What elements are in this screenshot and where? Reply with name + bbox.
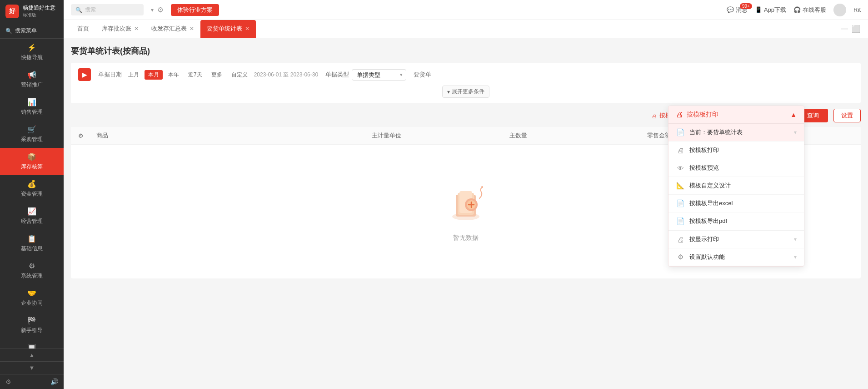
main-area: 🔍 搜索 ▾ ⚙ 体验行业方案 💬 消息 99+ 📱 App下载 🎧 在线客服 …: [64, 0, 868, 389]
sidebar-item-basic[interactable]: 📋 基础信息: [0, 230, 64, 257]
tab-receipt-summary[interactable]: 收发存汇总表 ✕: [145, 20, 200, 38]
date-btn-last-month[interactable]: 上月: [125, 70, 143, 80]
sales-icon: 📊: [27, 98, 36, 106]
export-excel-label: 按模板导出excel: [689, 199, 733, 207]
dropdown-item-export-excel[interactable]: 📄 按模板导出excel: [668, 195, 804, 212]
app-download-button[interactable]: 📱 App下载: [755, 6, 786, 14]
dropdown-title-label: 按模板打印: [687, 111, 718, 119]
template-design-icon: 📐: [676, 182, 685, 190]
expand-filter-label: 展开更多条件: [452, 88, 484, 96]
sidebar-item-guide[interactable]: 🏁 新手引导: [0, 312, 64, 339]
dropdown-header: 🖨 按模板打印 ▲: [668, 106, 804, 124]
sidebar-scroll-down[interactable]: ▼: [0, 361, 64, 374]
sidebar-search-label: 搜索菜单: [15, 27, 37, 35]
dropdown-printer-icon: 🖨: [676, 111, 683, 119]
sidebar-item-sales[interactable]: 📊 销售管理: [0, 93, 64, 121]
order-goods-group: 要货单: [414, 71, 431, 79]
date-btn-this-month[interactable]: 本月: [145, 70, 163, 80]
empty-text: 暂无数据: [453, 234, 479, 242]
tabs-bar: 首页 库存批次账 ✕ 收发存汇总表 ✕ 要货单统计表 ✕ — ⬜: [64, 20, 868, 38]
tab-order-summary[interactable]: 要货单统计表 ✕: [200, 20, 256, 38]
sidebar-item-corp[interactable]: 🤝 企业协同: [0, 284, 64, 312]
col-settings[interactable]: ⚙: [78, 132, 96, 139]
promo-button[interactable]: 体验行业方案: [171, 4, 219, 16]
sidebar-label-finance: 资金管理: [21, 190, 43, 198]
topbar-icons: ▾ ⚙: [151, 5, 164, 14]
col-unit: 主计量单位: [372, 131, 509, 140]
svg-point-6: [481, 186, 483, 188]
date-btn-custom[interactable]: 自定义: [228, 70, 251, 80]
search-icon: 🔍: [5, 28, 12, 34]
purchase-icon: 🛒: [27, 125, 36, 134]
sidebar-label-purchase: 采购管理: [21, 136, 43, 143]
sidebar-scroll-up[interactable]: ▲: [0, 349, 64, 361]
template-print-icon: 🖨: [676, 147, 685, 154]
sidebar-logo: 好 畅捷通好生意 标准版: [0, 0, 64, 23]
tab-home[interactable]: 首页: [71, 20, 95, 38]
order-type-select[interactable]: 单据类型 要货单: [352, 69, 406, 81]
dropdown-item-display-print[interactable]: 🖨 按显示打印 ▾: [668, 231, 804, 248]
dropdown-item-template-print[interactable]: 🖨 按模板打印: [668, 141, 804, 159]
online-service-button[interactable]: 🎧 在线客服: [793, 6, 826, 14]
message-icon: 💬: [727, 6, 734, 13]
apps-icon: 🔲: [27, 344, 36, 349]
dropdown-item-export-pdf[interactable]: 📄 按模板导出pdf: [668, 212, 804, 230]
dropdown-close-btn[interactable]: ▲: [790, 111, 797, 118]
topbar-dropdown-icon[interactable]: ▾: [151, 7, 154, 13]
sidebar-item-apps[interactable]: 🔲 应用中心: [0, 339, 64, 349]
tab-order-summary-close[interactable]: ✕: [245, 25, 249, 32]
date-range-display: 2023-06-01 至 2023-06-30: [254, 71, 318, 79]
sidebar-label-shortcut: 快捷导航: [21, 54, 43, 61]
tab-inventory-batch[interactable]: 库存批次账 ✕: [95, 20, 145, 38]
basic-icon: 📋: [27, 234, 36, 243]
dropdown-current-item[interactable]: 📄 当前：要货单统计表 ▾: [668, 124, 804, 141]
dropdown-item-default-settings[interactable]: ⚙ 设置默认功能 ▾: [668, 248, 804, 266]
finance-icon: 💰: [27, 180, 36, 188]
user-avatar[interactable]: [833, 4, 846, 16]
display-print-icon: 🖨: [676, 236, 685, 243]
settings-button[interactable]: 设置: [833, 109, 861, 122]
sidebar-settings-icon[interactable]: ⚙: [5, 378, 11, 385]
order-type-group: 单据类型 单据类型 要货单: [325, 69, 406, 81]
date-btn-this-year[interactable]: 本年: [165, 70, 183, 80]
logo-badge: 标准版: [23, 12, 55, 18]
topbar-settings-icon[interactable]: ⚙: [157, 5, 164, 14]
sidebar-search[interactable]: 🔍 搜索菜单: [0, 23, 64, 39]
expand-filter-btn[interactable]: ▾ 展开更多条件: [442, 86, 489, 98]
export-pdf-icon: 📄: [676, 217, 685, 225]
dropdown-item-template-preview[interactable]: 👁 按模板预览: [668, 159, 804, 177]
current-item-icon: 📄: [676, 128, 685, 136]
filter-toggle-btn[interactable]: ▶: [78, 68, 91, 81]
sidebar-sound-icon[interactable]: 🔊: [50, 378, 58, 385]
user-name[interactable]: Rit: [853, 6, 861, 13]
default-settings-arrow: ▾: [794, 254, 797, 260]
current-item-arrow: ▾: [794, 129, 797, 136]
default-settings-icon: ⚙: [676, 253, 685, 261]
shortcut-icon: ⚡: [27, 43, 36, 52]
sidebar-item-inventory[interactable]: 📦 库存核算: [0, 148, 64, 175]
tab-maximize-icon[interactable]: ⬜: [852, 25, 861, 33]
date-buttons: 上月 本月 本年 近7天 更多 自定义: [125, 70, 251, 80]
tab-minimize-icon[interactable]: —: [841, 25, 848, 33]
sidebar-item-system[interactable]: ⚙ 系统管理: [0, 257, 64, 284]
dropdown-item-template-design[interactable]: 📐 模板自定义设计: [668, 177, 804, 195]
tab-order-summary-label: 要货单统计表: [207, 25, 242, 33]
sidebar-label-operation: 经营管理: [21, 217, 43, 225]
operation-icon: 📈: [27, 207, 36, 216]
sidebar-label-basic: 基础信息: [21, 245, 43, 253]
sidebar-item-finance[interactable]: 💰 资金管理: [0, 175, 64, 202]
export-pdf-label: 按模板导出pdf: [689, 217, 727, 225]
date-btn-more[interactable]: 更多: [208, 70, 226, 80]
topbar-search[interactable]: 🔍 搜索: [71, 4, 144, 15]
default-settings-label: 设置默认功能: [689, 253, 725, 261]
app-download-label: App下载: [764, 6, 786, 14]
tab-receipt-summary-close[interactable]: ✕: [190, 25, 194, 32]
sidebar-item-marketing[interactable]: 📢 营销推广: [0, 66, 64, 93]
sidebar-item-shortcut[interactable]: ⚡ 快捷导航: [0, 39, 64, 66]
tab-inventory-batch-label: 库存批次账: [102, 25, 131, 33]
sidebar-item-operation[interactable]: 📈 经营管理: [0, 202, 64, 230]
sidebar-item-purchase[interactable]: 🛒 采购管理: [0, 121, 64, 148]
date-btn-7days[interactable]: 近7天: [185, 70, 206, 80]
message-button[interactable]: 💬 消息 99+: [727, 6, 748, 14]
tab-inventory-batch-close[interactable]: ✕: [134, 25, 139, 32]
